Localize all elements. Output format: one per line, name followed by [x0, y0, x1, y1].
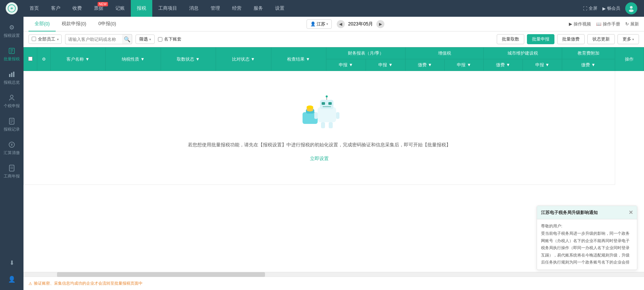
notification-panel: 江苏电子税务局升级影响通知 ✕ 尊敬的用户: 受当前电子税务局进一步升级的影响，…: [537, 206, 637, 270]
province-icon: 👤: [310, 21, 316, 26]
manual-btn[interactable]: 📖 操作手册: [596, 21, 620, 27]
scrollbar-thumb[interactable]: [57, 272, 265, 277]
th-vat: 增值税: [406, 48, 484, 59]
nav-business[interactable]: 工商项目: [152, 0, 183, 17]
th-edu-pay: 缴费 ▼: [562, 59, 615, 71]
sidebar-item-tax-settings[interactable]: ⚙ 报税设置: [0, 20, 23, 42]
nav-home[interactable]: 首页: [23, 0, 45, 17]
nav-billing[interactable]: 收费: [66, 0, 88, 17]
more-btn[interactable]: 更多 ▾: [618, 34, 639, 44]
svg-rect-9: [13, 72, 14, 77]
notification-greeting: 尊敬的用户:: [541, 223, 633, 230]
sidebar-item-personal-tax[interactable]: 个税申报: [0, 90, 23, 112]
sidebar-item-settlement[interactable]: ¥ 汇算清缴: [0, 137, 23, 159]
th-customer-name: 客户名称 ▼: [51, 48, 106, 71]
video-icon: ▶: [569, 21, 572, 26]
prev-month-btn[interactable]: ◀: [337, 20, 345, 28]
refresh-btn[interactable]: ↻ 展新: [625, 21, 639, 27]
province-caret: ▾: [326, 22, 328, 26]
svg-point-32: [326, 95, 328, 97]
select-all-checkbox[interactable]: [28, 57, 33, 61]
svg-point-10: [10, 95, 13, 98]
notification-close-btn[interactable]: ✕: [629, 209, 633, 216]
fullscreen-icon: ⛶: [583, 6, 587, 11]
setup-link[interactable]: 立即设置: [310, 156, 329, 162]
tabs-right-actions: ▶ 操作视频 📖 操作手册 ↻ 展新: [569, 21, 639, 27]
horizontal-scrollbar[interactable]: [23, 272, 644, 277]
notification-content: 受当前电子税务局进一步升级的影响，同一个政务网账号（办税人）名下的企业不能再同时…: [541, 230, 633, 266]
batch-pay-btn[interactable]: 批量缴费: [557, 34, 585, 44]
table-body: 若您想使用批量报税功能，请先在【报税设置】中进行报税的初始化设置，完成密码验证和…: [24, 71, 644, 185]
svg-rect-8: [11, 73, 12, 77]
svg-rect-33: [314, 112, 318, 119]
th-city-pay: 缴费 ▼: [484, 59, 523, 71]
th-settings[interactable]: ⚙: [37, 48, 51, 71]
video-btn[interactable]: ▶ 操作视频: [569, 21, 591, 27]
sidebar-item-batch-tax[interactable]: 批量报税: [0, 44, 23, 65]
th-vat-declare: 申报 ▼: [366, 59, 405, 71]
header-row-1: ⚙ 客户名称 ▼ 纳税性质 ▼ 取数状态 ▼ 比对状态 ▼ 检查结果 ▼ 财务报…: [24, 48, 644, 59]
search-button[interactable]: 🔍: [122, 34, 132, 44]
employee-select[interactable]: 全部员工 ▾: [29, 34, 62, 44]
filter-btn[interactable]: 筛选 ▾: [136, 34, 155, 44]
nav-customer[interactable]: 客户: [45, 0, 66, 17]
top-nav-right: ⛶ 全屏 ▶ 畅会员: [583, 2, 637, 14]
nav-tax[interactable]: 报税: [131, 0, 152, 17]
nav-management[interactable]: 管理: [205, 0, 226, 17]
svg-rect-26: [318, 107, 336, 122]
annual-report-icon: [8, 164, 16, 172]
batch-declare-btn[interactable]: 批量申报: [527, 34, 554, 44]
nav-messages[interactable]: 消息: [183, 0, 205, 17]
account-checkbox[interactable]: [158, 37, 162, 42]
th-checkbox[interactable]: [24, 48, 37, 71]
batch-fetch-btn[interactable]: 批量取数: [497, 34, 524, 44]
search-area: 🔍: [65, 34, 132, 44]
tab-all[interactable]: 全部(0): [29, 17, 56, 31]
sidebar-item-tax-records[interactable]: 报税记录: [0, 114, 23, 136]
th-financial-report: 财务报表（月/季）: [326, 48, 405, 59]
user-avatar[interactable]: [625, 2, 637, 14]
nav-invoice[interactable]: 票据 NEW: [88, 0, 109, 17]
member-btn[interactable]: ▶ 畅会员: [602, 5, 620, 11]
employee-icon: [32, 37, 36, 42]
province-select[interactable]: 👤 江苏 ▾: [307, 19, 332, 29]
th-city-declare: 申报 ▼: [444, 59, 484, 71]
sidebar-bottom: ⬇ 👤: [0, 256, 23, 290]
tab-zero-declare[interactable]: 0申报(0): [92, 17, 122, 31]
sort-icon: ▼: [85, 57, 90, 62]
search-input[interactable]: [65, 34, 122, 44]
th-education-tax: 教育费附加: [562, 48, 615, 59]
sidebar-item-tax-overview[interactable]: 报税总览: [0, 67, 23, 89]
sidebar-item-annual-report[interactable]: 工商年报: [0, 161, 23, 183]
empty-text: 若您想使用批量报税功能，请先在【报税设置】中进行报税的初始化设置，完成密码验证和…: [188, 141, 451, 149]
tax-overview-icon: [8, 70, 16, 78]
empty-cell: 若您想使用批量报税功能，请先在【报税设置】中进行报税的初始化设置，完成密码验证和…: [24, 71, 615, 185]
svg-point-1: [630, 6, 633, 9]
tax-settings-icon: ⚙: [8, 23, 16, 31]
sort-icon-11: ▼: [545, 62, 549, 67]
th-fetch-status: 取数状态 ▼: [161, 48, 216, 71]
svg-text:¥: ¥: [10, 143, 13, 147]
fullscreen-btn[interactable]: ⛶ 全屏: [583, 5, 597, 11]
nav-services[interactable]: 服务: [248, 0, 269, 17]
tab-declare[interactable]: 税款申报(0): [56, 17, 92, 31]
refresh-icon: ↻: [625, 21, 629, 26]
sort-icon-3: ▼: [196, 57, 200, 62]
tabs-center: 👤 江苏 ▾ ◀ 2023年05月 ▶: [122, 19, 569, 29]
nav-operations[interactable]: 经营: [226, 0, 248, 17]
nav-accounting[interactable]: 记账: [109, 0, 131, 17]
checkbox-area: 名下账套: [158, 36, 181, 42]
sidebar-download[interactable]: ⬇: [0, 256, 23, 270]
sort-icon-8: ▼: [428, 62, 432, 67]
status-update-btn[interactable]: 状态更新: [587, 34, 615, 44]
th-vat-pay: 缴费 ▼: [406, 59, 445, 71]
svg-point-25: [307, 105, 313, 109]
user-icon: 👤: [8, 275, 16, 283]
data-table: ⚙ 客户名称 ▼ 纳税性质 ▼ 取数状态 ▼ 比对状态 ▼ 检查结果 ▼ 财务报…: [23, 47, 644, 185]
svg-rect-30: [323, 106, 331, 107]
sidebar-user[interactable]: 👤: [0, 272, 23, 287]
nav-settings[interactable]: 设置: [269, 0, 290, 17]
next-month-btn[interactable]: ▶: [376, 20, 384, 28]
notification-title: 江苏电子税务局升级影响通知: [541, 210, 598, 216]
tabs-bar: 全部(0) 税款申报(0) 0申报(0) 👤 江苏 ▾ ◀ 2023年05月 ▶: [23, 17, 644, 31]
